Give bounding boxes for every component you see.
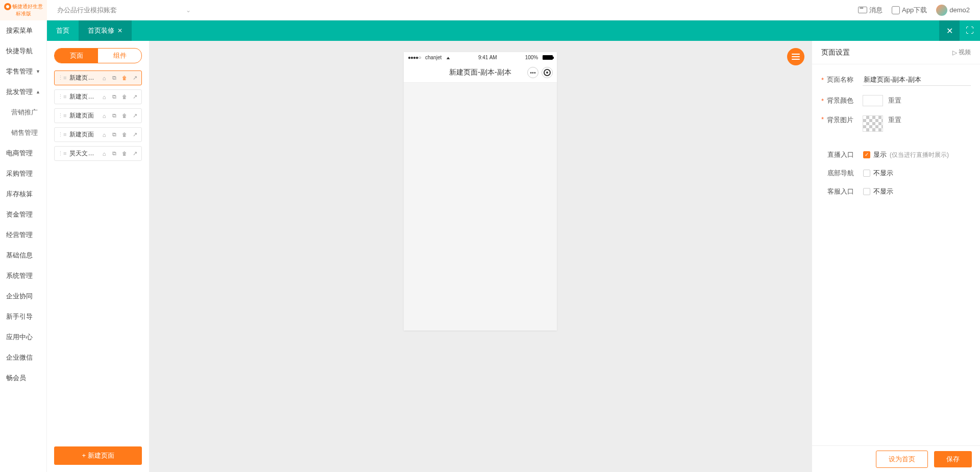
phone-battery: 100%	[525, 55, 553, 60]
bg-color-swatch[interactable]	[863, 95, 883, 106]
user-menu[interactable]: demo2	[936, 5, 970, 16]
home-icon[interactable]	[101, 75, 108, 82]
home-icon[interactable]	[101, 93, 108, 101]
download-icon	[892, 6, 900, 14]
field-bottom-nav: 底部导航 不显示	[821, 169, 971, 178]
sidebar-item-9[interactable]: 资金管理	[0, 204, 46, 225]
home-icon[interactable]	[101, 131, 108, 138]
drag-handle-icon[interactable]: ⋮≡	[58, 131, 66, 138]
phone-time: 9:41 AM	[478, 55, 497, 60]
drag-handle-icon[interactable]: ⋮≡	[58, 112, 66, 119]
open-external-icon[interactable]	[131, 150, 138, 157]
service-entry-checkbox[interactable]	[863, 188, 870, 195]
live-show-checkbox[interactable]	[863, 151, 870, 158]
user-name: demo2	[949, 6, 970, 14]
sidebar-item-8[interactable]: 库存核算	[0, 184, 46, 204]
page-item-2[interactable]: ⋮≡新建页面	[54, 108, 142, 123]
page-component-toggle: 页面 组件	[54, 48, 142, 63]
close-all-tabs-button[interactable]: ✕	[939, 20, 960, 41]
fullscreen-button[interactable]: ⛶	[960, 20, 980, 41]
field-bg-image: *背景图片 重置	[821, 115, 971, 132]
bottom-nav-checkbox[interactable]	[863, 170, 870, 177]
sidebar: 搜索菜单快捷导航零售管理▼批发管理▲营销推广销售管理电商管理采购管理库存核算资金…	[0, 20, 47, 472]
bg-image-picker[interactable]	[863, 115, 883, 132]
page-list-panel: 页面 组件 ⋮≡新建页面-副本...⋮≡新建页面-副本⋮≡新建页面⋮≡新建页面⋮…	[47, 41, 149, 472]
open-external-icon[interactable]	[131, 131, 138, 138]
sidebar-item-0[interactable]: 搜索菜单	[0, 20, 46, 41]
delete-icon[interactable]	[121, 112, 128, 120]
download-button[interactable]: App下载	[892, 6, 927, 15]
copy-icon[interactable]	[111, 150, 118, 157]
video-help-link[interactable]: ▷ 视频	[952, 48, 971, 57]
drag-handle-icon[interactable]: ⋮≡	[58, 93, 66, 100]
sidebar-item-14[interactable]: 新手引导	[0, 306, 46, 327]
sidebar-item-7[interactable]: 采购管理	[0, 163, 46, 184]
page-item-1[interactable]: ⋮≡新建页面-副本	[54, 89, 142, 104]
open-external-icon[interactable]	[131, 93, 138, 101]
account-name: 办公品行业模拟账套	[57, 6, 117, 15]
tab-0[interactable]: 首页	[47, 20, 79, 41]
sidebar-item-15[interactable]: 应用中心	[0, 327, 46, 347]
wifi-icon	[446, 55, 450, 60]
sidebar-item-13[interactable]: 企业协同	[0, 286, 46, 306]
new-page-button[interactable]: + 新建页面	[54, 446, 142, 465]
settings-title: 页面设置	[821, 48, 850, 57]
tab-close-icon[interactable]: ✕	[117, 27, 122, 34]
sidebar-item-4[interactable]: 营销推广	[0, 102, 46, 123]
sidebar-item-1[interactable]: 快捷导航	[0, 41, 46, 61]
copy-icon[interactable]	[111, 93, 118, 101]
sidebar-item-5[interactable]: 销售管理	[0, 123, 46, 143]
drag-handle-icon[interactable]: ⋮≡	[58, 75, 66, 81]
page-item-name: 新建页面-副本...	[69, 74, 97, 82]
chevron-down-icon: ⌄	[186, 7, 191, 14]
open-external-icon[interactable]	[131, 75, 138, 82]
phone-navbar: 新建页面-副本-副本 •••	[404, 62, 557, 83]
delete-icon[interactable]	[121, 75, 128, 82]
page-item-4[interactable]: ⋮≡昊天文具店	[54, 146, 142, 161]
bg-color-reset[interactable]: 重置	[888, 96, 901, 105]
phone-page-title: 新建页面-副本-副本	[449, 68, 511, 77]
save-button[interactable]: 保存	[934, 451, 972, 467]
tab-1[interactable]: 首页装修✕	[79, 20, 132, 41]
sidebar-item-16[interactable]: 企业微信	[0, 347, 46, 368]
page-item-0[interactable]: ⋮≡新建页面-副本...	[54, 70, 142, 85]
copy-icon[interactable]	[111, 112, 118, 120]
battery-icon	[543, 55, 553, 60]
set-home-button[interactable]: 设为首页	[876, 451, 928, 468]
page-name-input[interactable]	[863, 74, 971, 86]
delete-icon[interactable]	[121, 131, 128, 138]
component-drawer-button[interactable]	[787, 48, 804, 65]
messages-label: 消息	[869, 6, 883, 15]
toggle-component[interactable]: 组件	[98, 49, 141, 63]
brand-logo[interactable]: 畅捷通好生意 标准版	[0, 0, 47, 20]
account-selector[interactable]: 办公品行业模拟账套 ⌄	[57, 6, 191, 15]
sidebar-item-10[interactable]: 经营管理	[0, 225, 46, 245]
logo-icon	[4, 3, 11, 10]
drag-handle-icon[interactable]: ⋮≡	[58, 150, 66, 157]
page-item-3[interactable]: ⋮≡新建页面	[54, 127, 142, 142]
sidebar-item-6[interactable]: 电商管理	[0, 143, 46, 163]
sidebar-item-12[interactable]: 系统管理	[0, 266, 46, 286]
messages-button[interactable]: 消息	[858, 6, 883, 15]
sidebar-item-3[interactable]: 批发管理▲	[0, 82, 46, 102]
brand-text: 畅捷通好生意	[12, 3, 43, 10]
message-icon	[858, 7, 867, 13]
toggle-page[interactable]: 页面	[55, 49, 98, 63]
open-external-icon[interactable]	[131, 112, 138, 120]
settings-header: 页面设置 ▷ 视频	[812, 41, 980, 64]
bg-image-reset[interactable]: 重置	[888, 115, 901, 125]
copy-icon[interactable]	[111, 131, 118, 138]
home-icon[interactable]	[101, 112, 108, 120]
tab-bar-actions: ✕ ⛶	[939, 20, 980, 41]
delete-icon[interactable]	[121, 93, 128, 101]
page-item-name: 昊天文具店	[69, 149, 97, 158]
sidebar-item-2[interactable]: 零售管理▼	[0, 61, 46, 82]
home-icon[interactable]	[101, 150, 108, 157]
copy-icon[interactable]	[111, 75, 118, 82]
sidebar-item-11[interactable]: 基础信息	[0, 245, 46, 266]
edition-label: 标准版	[16, 10, 31, 17]
delete-icon[interactable]	[121, 150, 128, 157]
page-item-name: 新建页面	[69, 111, 97, 120]
phone-preview: ●●●●○ chanjet 9:41 AM 100% 新建页面-副本-副本 ••…	[404, 52, 557, 331]
sidebar-item-17[interactable]: 畅会员	[0, 368, 46, 388]
